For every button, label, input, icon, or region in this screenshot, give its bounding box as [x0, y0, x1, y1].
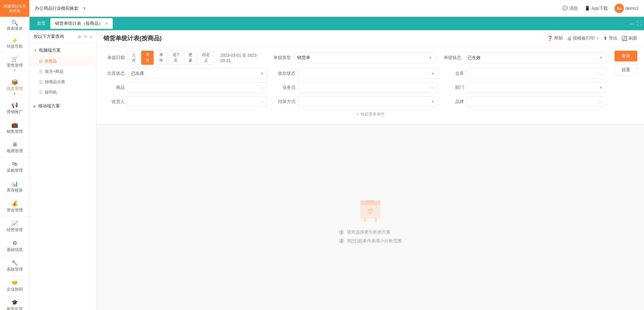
salesperson-control[interactable]: ···: [298, 82, 438, 93]
sidebar-item-operation[interactable]: 📈 经营管理: [0, 217, 29, 237]
sidebar-search[interactable]: 🔍 搜索菜单: [0, 17, 29, 35]
app-download-action[interactable]: 📱 App下载: [585, 5, 608, 11]
sidebar-item-purchase[interactable]: 🛍 采购管理: [0, 158, 29, 177]
scheme-group-mobile: ▶ 移动端方案: [30, 99, 96, 113]
scheme-item-by-product[interactable]: ⊙ 按商品: [30, 56, 96, 66]
sidebar-item-basic[interactable]: ⚙ 基础信息: [0, 237, 29, 256]
hint-num-2: 2: [339, 238, 344, 244]
payment-arrow-icon: ▼: [431, 100, 435, 104]
inventory-icon: 📊: [11, 180, 18, 187]
date-btn-custom[interactable]: 自定义: [198, 51, 214, 65]
doc-type-arrow-icon: ▼: [428, 56, 432, 60]
collapse-panel-icon[interactable]: «: [90, 34, 92, 39]
doc-status-arrow-icon: ▼: [599, 56, 603, 60]
empty-hint-2: 2 用[过滤]条件来缩小分析范围: [339, 238, 401, 244]
logo-text: 畅捷通好生意 标准版: [4, 4, 26, 13]
group-arrow-icon: ▼: [34, 49, 37, 52]
empty-state: 1 请先选择要分析的方案 2 用[过滤]条件来缩小分析范围: [97, 124, 644, 310]
scheme-item-by-month-product[interactable]: ☰ 按月+商品: [30, 66, 96, 77]
scheme-item-by-category[interactable]: ☰ 按商品分类: [30, 77, 96, 87]
scheme-group-mobile-header[interactable]: ▶ 移动端方案: [30, 100, 96, 112]
tab-home[interactable]: 首页: [32, 18, 50, 29]
sidebar: 畅捷通好生意 标准版 🔍 搜索菜单 ⚡ 快捷导航 🛒 零售管理 ▼ 📦 批发管理…: [0, 0, 30, 310]
department-control[interactable]: ▼: [467, 82, 606, 93]
product-label: 商品: [103, 85, 127, 91]
doc-type-label: 单据类型: [269, 55, 293, 61]
export-btn[interactable]: ⬆ 导出: [603, 35, 618, 41]
collect-status-label: 收款状态: [274, 70, 298, 76]
sidebar-item-wholesale[interactable]: 📦 批发管理 ▲: [0, 75, 29, 99]
refresh-btn[interactable]: 🔄 刷新: [622, 35, 637, 41]
sidebar-item-tutorial[interactable]: 🎓 新手引导: [0, 296, 29, 310]
sidebar-item-finance[interactable]: 💰 资金管理: [0, 197, 29, 217]
refresh-icon: 🔄: [622, 36, 627, 41]
edit-scheme-icon[interactable]: ✎: [84, 34, 88, 39]
collapse-more[interactable]: ∧ 收起更多条件: [103, 108, 637, 120]
topbar-dropdown-icon[interactable]: ▼: [83, 6, 87, 11]
sidebar-item-ecommerce[interactable]: 🖥 电商管理: [0, 138, 29, 158]
header-actions: ❓ 帮助 🖨 按模板打印 ▼ ⬆ 导出 🔄 刷新: [547, 35, 637, 41]
sidebar-item-enterprise[interactable]: 🤝 企业协同: [0, 276, 29, 296]
date-btn-more[interactable]: 更多: [184, 51, 197, 65]
svg-point-5: [371, 209, 372, 211]
receiver-control[interactable]: ···: [127, 96, 267, 107]
add-scheme-icon[interactable]: ⊕: [77, 34, 82, 39]
date-range: 2023-03-01 至 2023-03-31: [220, 53, 262, 63]
wholesale-icon: 📦: [11, 79, 18, 85]
tutorial-icon: 🎓: [11, 299, 18, 306]
scheme-icon-3: ☰: [39, 90, 43, 95]
out-status-control[interactable]: 已出库 ▼: [127, 68, 267, 79]
avatar: Ea: [614, 4, 624, 13]
date-btn-7days[interactable]: 近7天: [169, 51, 183, 65]
product-control[interactable]: ···: [127, 82, 267, 93]
date-btn-this-month[interactable]: 本月: [141, 51, 154, 65]
topbar-right: 💬 消息 📱 App下载 Ea demo2: [562, 4, 639, 13]
doc-type-control[interactable]: 销货单 ▼: [293, 52, 436, 63]
collect-status-control[interactable]: ▼: [298, 68, 438, 79]
scheme-item-by-driver[interactable]: ☰ 按司机: [30, 87, 96, 98]
svg-point-4: [368, 209, 370, 211]
print-icon: 🖨: [567, 36, 572, 41]
marketing-icon: 📢: [11, 102, 18, 108]
sales-icon: 💼: [11, 122, 18, 128]
empty-hint-1: 1 请先选择要分析的方案: [339, 229, 401, 235]
filter-area: 单据日期 上月 本月 本年 近7天 更多 自定义 20: [97, 47, 644, 124]
date-label: 单据日期: [103, 55, 127, 61]
print-btn[interactable]: 🖨 按模板打印 ▼: [567, 35, 599, 41]
sidebar-item-system[interactable]: 🔧 系统管理: [0, 256, 29, 276]
tab-maximize-icon[interactable]: ⛶: [637, 21, 641, 26]
topbar-title: 办公用品行业模拟账套: [35, 5, 78, 11]
salesperson-label: 业务员: [274, 85, 298, 91]
tab-sales-stat[interactable]: 销货单统计表（按商品） ✕: [50, 18, 113, 29]
tab-minimize-icon[interactable]: —: [629, 21, 634, 26]
app-download-icon: 📱: [585, 6, 590, 11]
tab-close-icon[interactable]: ✕: [105, 21, 108, 26]
query-button[interactable]: 查询: [614, 51, 637, 61]
scheme-group-pc-header[interactable]: ▼ 电脑端方案: [30, 45, 96, 56]
user-action[interactable]: Ea demo2: [614, 4, 639, 13]
payment-control[interactable]: ▼: [298, 96, 438, 107]
page-header: 销货单统计表(按商品) ❓ 帮助 🖨 按模板打印 ▼ ⬆ 导出: [97, 30, 644, 47]
doc-status-control[interactable]: 已生效 ▼: [464, 52, 606, 63]
receiver-dots-icon: ···: [260, 99, 264, 104]
sidebar-item-marketing[interactable]: 📢 营销推广: [0, 99, 29, 118]
date-btn-this-year[interactable]: 本年: [155, 51, 167, 65]
settings-button[interactable]: 设置: [614, 64, 637, 75]
query-buttons: 查询 设置: [614, 51, 637, 75]
sidebar-item-sales[interactable]: 💼 销售管理: [0, 118, 29, 138]
svg-point-3: [367, 208, 374, 214]
filter-row-2: 出库状态 已出库 ▼ 收款状态 ▼ 仓库: [103, 68, 606, 79]
sidebar-quicknav[interactable]: ⚡ 快捷导航: [0, 35, 29, 52]
sidebar-item-inventory[interactable]: 📊 库存核算: [0, 177, 29, 197]
help-btn[interactable]: ❓ 帮助: [547, 35, 563, 41]
product-dots-icon: ···: [260, 85, 264, 90]
department-arrow-icon: ▼: [599, 86, 603, 90]
sidebar-item-retail[interactable]: 🛒 零售管理 ▼: [0, 52, 29, 75]
date-btn-last-month[interactable]: 上月: [127, 51, 140, 65]
svg-rect-6: [364, 218, 366, 222]
topbar: 办公用品行业模拟账套 ▼ 💬 消息 📱 App下载 Ea demo2: [30, 0, 644, 17]
warehouse-dots-icon: ···: [599, 71, 603, 76]
message-action[interactable]: 💬 消息: [562, 5, 578, 11]
warehouse-control[interactable]: ···: [467, 68, 606, 79]
brand-control[interactable]: ···: [467, 96, 606, 107]
